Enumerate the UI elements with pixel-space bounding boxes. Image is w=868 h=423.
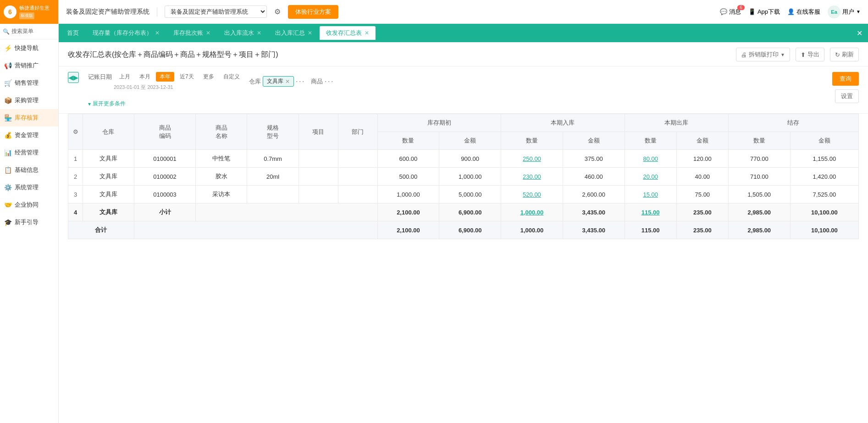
system-select[interactable]: 装备及固定资产辅助管理系统 [165, 5, 267, 18]
tab-summary[interactable]: 出入库汇总 ✕ [269, 26, 319, 40]
tab-close-icon[interactable]: ✕ [257, 30, 261, 36]
row-project [299, 150, 338, 168]
sidebar-item-label: 基础信息 [15, 166, 39, 174]
row-in-amt: 2,600.00 [563, 186, 625, 203]
online-service-action[interactable]: 👤 在线客服 [787, 8, 820, 16]
subtotal-open-qty: 2,100.00 [377, 203, 439, 221]
subtotal-out-amt: 235.00 [676, 203, 728, 221]
topbar: 装备及固定资产辅助管理系统 装备及固定资产辅助管理系统 ⚙ 体验行业方案 💬 消… [59, 0, 868, 24]
app-download-action[interactable]: 📱 App下载 [748, 8, 780, 16]
sidebar-item-label: 系统管理 [15, 183, 39, 192]
export-button[interactable]: ⬆ 导出 [796, 48, 824, 61]
tab-batch[interactable]: 库存批次账 ✕ [167, 26, 217, 40]
sidebar-item-purchase[interactable]: 📦 采购管理 [0, 92, 58, 109]
subtotal-num: 4 [68, 203, 83, 221]
row-out-qty[interactable]: 15.00 [625, 186, 676, 203]
row-close-qty: 1,505.00 [728, 186, 790, 203]
col-settings-header[interactable]: ⚙ [68, 114, 83, 150]
date-options: 上月 本月 本年 近7天 更多 自定义 [116, 72, 243, 82]
sidebar-item-basic[interactable]: 📋 基础信息 [0, 161, 58, 179]
row-check: 3 [68, 186, 83, 203]
search-icon: 🔍 [3, 28, 10, 35]
system-icon: ⚙️ [4, 184, 12, 191]
filter-collapse-button[interactable]: ◀▶ [68, 72, 79, 83]
date-opt-custom[interactable]: 自定义 [220, 72, 243, 82]
page-content: 收发存汇总表(按仓库＋商品编码＋商品＋规格型号＋项目＋部门) 🖨 拆销版打印 ▼… [59, 42, 868, 423]
goods-more-button[interactable]: ··· [325, 77, 334, 86]
warehouse-more-button[interactable]: ··· [296, 77, 305, 86]
date-opt-this-month[interactable]: 本月 [136, 72, 154, 82]
main-content: 装备及固定资产辅助管理系统 装备及固定资产辅助管理系统 ⚙ 体验行业方案 💬 消… [59, 0, 868, 423]
print-button[interactable]: 🖨 拆销版打印 ▼ [736, 48, 790, 61]
tab-close-icon[interactable]: ✕ [206, 30, 210, 36]
sidebar-item-enterprise[interactable]: 🤝 企业协同 [0, 196, 58, 214]
sidebar-item-label: 新手引导 [15, 218, 39, 226]
sidebar-item-label: 企业协同 [15, 201, 39, 209]
settings-icon[interactable]: ⚙ [274, 7, 281, 16]
row-project [299, 186, 338, 203]
sidebar-item-finance[interactable]: 💰 资金管理 [0, 126, 58, 144]
row-out-amt: 40.00 [676, 168, 728, 186]
message-action[interactable]: 💬 消息 6 [720, 8, 741, 16]
row-out-qty[interactable]: 20.00 [625, 168, 676, 186]
row-in-qty[interactable]: 520.00 [501, 186, 563, 203]
date-opt-7days[interactable]: 近7天 [176, 72, 198, 82]
phone-icon: 📱 [748, 8, 756, 15]
sidebar-item-quicknav[interactable]: ⚡ 快捷导航 [0, 39, 58, 57]
col-out-qty: 数量 [625, 132, 676, 150]
sidebar-item-newbie[interactable]: 🎓 新手引导 [0, 214, 58, 231]
user-action[interactable]: Ea 用户 ▼ [828, 5, 861, 18]
sidebar-item-inventory[interactable]: 🏪 库存核算 [0, 109, 58, 126]
row-dept [338, 186, 377, 203]
row-in-qty[interactable]: 250.00 [501, 150, 563, 168]
warehouse-tag: 文具库 ✕ [263, 76, 294, 87]
logo-icon: 6 [4, 5, 17, 18]
sidebar-logo: 6 畅捷通好生意 标准版 [0, 0, 58, 24]
export-icon: ⬆ [801, 51, 806, 58]
total-open-amt: 6,900.00 [439, 221, 501, 239]
row-out-qty[interactable]: 80.00 [625, 150, 676, 168]
sidebar-item-label: 库存核算 [15, 114, 39, 122]
col-spec-header: 规格型号 [247, 114, 299, 150]
marketing-icon: 📢 [4, 62, 12, 69]
message-badge: 6 [737, 5, 745, 10]
sidebar-item-sales[interactable]: 🛒 销售管理 [0, 74, 58, 92]
row-check: 1 [68, 150, 83, 168]
sidebar-item-operations[interactable]: 📊 经营管理 [0, 144, 58, 161]
tab-close-icon[interactable]: ✕ [365, 30, 369, 36]
enterprise-icon: 🤝 [4, 201, 12, 209]
row-close-qty: 710.00 [728, 168, 790, 186]
date-opt-prev-month[interactable]: 上月 [116, 72, 134, 82]
row-name: 采访本 [196, 186, 247, 203]
expand-more-button[interactable]: ▾ 展开更多条件 [88, 98, 823, 110]
total-close-qty: 2,985.00 [728, 221, 790, 239]
refresh-button[interactable]: ↻ 刷新 [830, 48, 859, 61]
newbie-icon: 🎓 [4, 219, 12, 226]
chevron-down-icon: ▼ [780, 52, 785, 57]
tab-flow[interactable]: 出入库流水 ✕ [218, 26, 268, 40]
warehouse-tag-close[interactable]: ✕ [285, 78, 290, 85]
tab-receipt-summary[interactable]: 收发存汇总表 ✕ [320, 26, 376, 40]
query-button[interactable]: 查询 [832, 72, 859, 86]
total-label: 合计 [68, 221, 134, 239]
tab-close-icon[interactable]: ✕ [155, 30, 160, 36]
date-opt-more[interactable]: 更多 [199, 72, 218, 82]
quicknav-icon: ⚡ [4, 44, 12, 52]
date-opt-this-year[interactable]: 本年 [156, 72, 174, 82]
col-in-amt: 金额 [563, 132, 625, 150]
sidebar-item-marketing[interactable]: 📢 营销推广 [0, 57, 58, 74]
sidebar-item-label: 资金管理 [15, 131, 39, 139]
tab-home[interactable]: 首页 [61, 26, 85, 40]
sidebar-search[interactable]: 🔍 搜索菜单 [0, 24, 58, 39]
tab-inventory-dist[interactable]: 现存量（库存分布表） ✕ [86, 26, 166, 40]
row-open-amt: 1,000.00 [439, 168, 501, 186]
tabbar-close-all[interactable]: ✕ [853, 27, 866, 39]
row-in-amt: 375.00 [563, 150, 625, 168]
sidebar-item-system[interactable]: ⚙️ 系统管理 [0, 179, 58, 196]
row-close-amt: 1,155.00 [790, 150, 858, 168]
tab-close-icon[interactable]: ✕ [308, 30, 312, 36]
demo-button[interactable]: 体验行业方案 [288, 5, 338, 19]
filter-settings-button[interactable]: 设置 [835, 89, 859, 103]
row-in-qty[interactable]: 230.00 [501, 168, 563, 186]
total-in-qty: 1,000.00 [501, 221, 563, 239]
